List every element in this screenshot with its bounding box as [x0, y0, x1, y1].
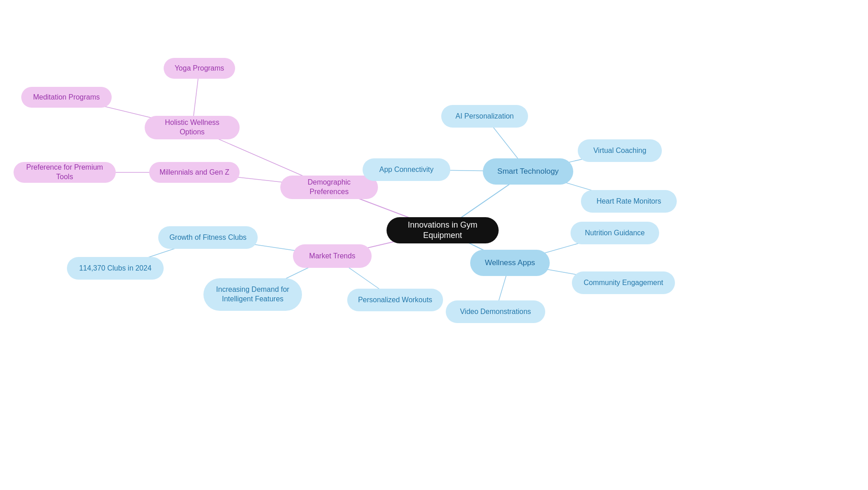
- fitness-clubs-node: Growth of Fitness Clubs: [158, 226, 258, 249]
- center-node: Innovations in Gym Equipment: [387, 217, 499, 243]
- market-node: Market Trends: [293, 244, 372, 268]
- millennials-node: Millennials and Gen Z: [149, 162, 240, 183]
- wellness-apps-node: Wellness Apps: [470, 250, 550, 276]
- clubs-count-node: 114,370 Clubs in 2024: [67, 257, 164, 280]
- heart-rate-node: Heart Rate Monitors: [581, 190, 677, 213]
- video-demo-node: Video Demonstrations: [446, 300, 545, 323]
- personalized-node: Personalized Workouts: [347, 289, 443, 311]
- demand-node: Increasing Demand for Intelligent Featur…: [203, 278, 302, 311]
- ai-personalization-node: AI Personalization: [441, 105, 528, 128]
- virtual-coaching-node: Virtual Coaching: [578, 139, 662, 162]
- meditation-node: Meditation Programs: [21, 87, 112, 108]
- app-connectivity-node: App Connectivity: [363, 158, 450, 181]
- holistic-node: Holistic Wellness Options: [145, 116, 240, 139]
- yoga-node: Yoga Programs: [164, 58, 235, 79]
- premium-node: Preference for Premium Tools: [14, 162, 116, 183]
- community-node: Community Engagement: [572, 271, 675, 294]
- nutrition-node: Nutrition Guidance: [571, 222, 659, 244]
- smart-tech-node: Smart Technology: [483, 158, 573, 185]
- demographic-node: Demographic Preferences: [280, 176, 378, 199]
